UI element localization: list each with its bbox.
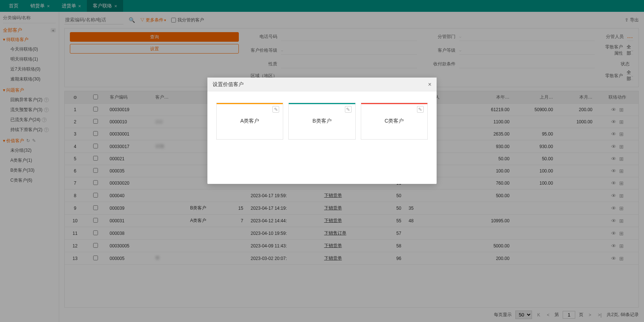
- modal-value-customer: 设置价值客户 × ✎A类客户 ✎B类客户 ✎C类客户: [207, 78, 437, 184]
- card-label: B类客户: [312, 118, 331, 124]
- edit-icon[interactable]: ✎: [272, 106, 279, 113]
- value-card-c[interactable]: ✎C类客户: [361, 103, 428, 140]
- modal-header: 设置价值客户 ×: [207, 78, 437, 92]
- edit-icon[interactable]: ✎: [345, 106, 352, 113]
- edit-icon[interactable]: ✎: [417, 106, 424, 113]
- value-card-a[interactable]: ✎A类客户: [216, 103, 283, 140]
- modal-title: 设置价值客户: [213, 81, 244, 88]
- close-icon[interactable]: ×: [428, 81, 431, 88]
- value-card-b[interactable]: ✎B类客户: [288, 103, 355, 140]
- modal-overlay[interactable]: 设置价值客户 × ✎A类客户 ✎B类客户 ✎C类客户: [0, 0, 644, 322]
- card-label: C类客户: [384, 118, 404, 124]
- modal-body: ✎A类客户 ✎B类客户 ✎C类客户: [207, 92, 437, 184]
- card-label: A类客户: [240, 118, 259, 124]
